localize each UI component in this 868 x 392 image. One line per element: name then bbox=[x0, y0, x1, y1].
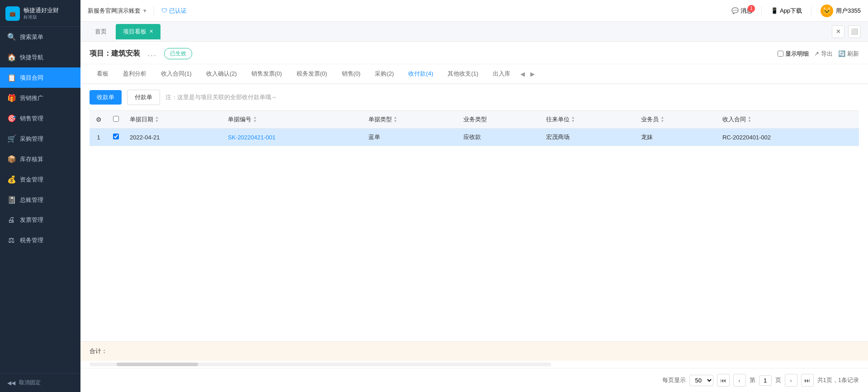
sub-tab-sales-invoice[interactable]: 销售发票(0) bbox=[244, 64, 289, 84]
sub-tab-income-contract[interactable]: 收入合同(1) bbox=[154, 64, 199, 84]
page-content: 项目：建筑安装 ... 已生效 显示明细 ↗ 导出 🔄 刷新 bbox=[80, 42, 868, 392]
box-icon: 📦 bbox=[7, 155, 15, 163]
message-icon: 💬 bbox=[731, 7, 739, 14]
cell-num: 1 bbox=[90, 129, 108, 146]
select-all-checkbox[interactable] bbox=[113, 116, 119, 122]
scale-icon: ⚖ bbox=[7, 236, 15, 244]
project-more-icon[interactable]: ... bbox=[147, 49, 157, 58]
project-icon: 📋 bbox=[7, 73, 15, 82]
unpin-button[interactable]: ◀◀ 取消固定 bbox=[0, 373, 80, 392]
sidebar-item-purchase[interactable]: 🛒 采购管理 bbox=[0, 129, 80, 149]
per-page-select[interactable]: 50 bbox=[689, 375, 713, 386]
show-detail-input[interactable] bbox=[778, 51, 783, 57]
sidebar-item-capital[interactable]: 💰 资金管理 bbox=[0, 169, 80, 190]
user-menu[interactable]: 🐱 用户3355 bbox=[821, 5, 861, 17]
collection-bill-button[interactable]: 收款单 bbox=[90, 90, 122, 105]
divider-2 bbox=[761, 6, 762, 15]
project-label: 项目：建筑安装 bbox=[90, 49, 140, 58]
horizontal-scrollbar-track bbox=[90, 363, 551, 366]
settings-icon[interactable]: ⚙ bbox=[96, 116, 102, 123]
type-sort[interactable]: ▲▼ bbox=[394, 116, 397, 123]
sidebar-item-ledger[interactable]: 📓 总账管理 bbox=[0, 190, 80, 210]
messages-button[interactable]: 💬 消息 1 bbox=[731, 7, 752, 15]
th-biz-type: 业务类型 bbox=[458, 111, 540, 129]
book-icon: 📓 bbox=[7, 196, 15, 204]
cell-partner: 宏茂商场 bbox=[541, 129, 636, 146]
data-table: ⚙ 单据日期 ▲▼ 单据编号 bbox=[90, 110, 859, 146]
sidebar-header: 💼 畅捷通好业财 标准版 bbox=[0, 0, 80, 27]
tab-home[interactable]: 首页 bbox=[88, 24, 114, 39]
export-button[interactable]: ↗ 导出 bbox=[814, 50, 833, 58]
current-page: 1 bbox=[759, 375, 772, 386]
cell-code: SK-20220421-001 bbox=[222, 129, 363, 146]
sidebar-item-inventory[interactable]: 📦 库存核算 bbox=[0, 149, 80, 169]
app-subtitle: 标准版 bbox=[24, 14, 59, 20]
sub-tab-income-confirm[interactable]: 收入确认(2) bbox=[199, 64, 244, 84]
sidebar-item-search[interactable]: 🔍 搜索菜单 bbox=[0, 27, 80, 47]
sidebar-item-project-contract[interactable]: 📋 项目合同 bbox=[0, 67, 80, 88]
app-download-button[interactable]: 📱 App下载 bbox=[771, 7, 802, 15]
th-code: 单据编号 ▲▼ bbox=[222, 111, 363, 129]
sidebar-nav: 🔍 搜索菜单 🏠 快捷导航 📋 项目合同 🎁 营销推广 🎯 销售管理 🛒 采购管… bbox=[0, 27, 80, 373]
printer-icon: 🖨 bbox=[7, 216, 15, 224]
table-row[interactable]: 1 2022-04-21 SK-20220421-001 蓝单 应收款 宏茂商场… bbox=[90, 129, 859, 146]
sub-tab-collection[interactable]: 收付款(4) bbox=[401, 64, 440, 84]
account-selector[interactable]: 新服务官网演示账套 ▾ bbox=[88, 7, 146, 15]
first-page-icon: ⏮ bbox=[720, 377, 726, 384]
sub-tab-sales[interactable]: 销售(0) bbox=[335, 64, 368, 84]
show-detail-checkbox[interactable]: 显示明细 bbox=[778, 50, 809, 58]
sub-tab-other-income[interactable]: 其他收支(1) bbox=[440, 64, 486, 84]
app-title: 畅捷通好业财 bbox=[24, 7, 59, 14]
total-row: 合计： bbox=[80, 341, 868, 361]
account-dropdown-icon[interactable]: ▾ bbox=[143, 7, 146, 14]
contract-sort[interactable]: ▲▼ bbox=[748, 116, 751, 123]
sub-tab-tax-invoice[interactable]: 税务发票(0) bbox=[289, 64, 335, 84]
sidebar-item-tax[interactable]: ⚖ 税务管理 bbox=[0, 230, 80, 250]
sub-tab-warehouse[interactable]: 出入库 bbox=[486, 64, 518, 84]
close-tab-action[interactable]: ✕ bbox=[832, 25, 844, 38]
table-header-row: ⚙ 单据日期 ▲▼ 单据编号 bbox=[90, 111, 859, 129]
sub-tab-purchase[interactable]: 采购(2) bbox=[368, 64, 401, 84]
tab-close-icon[interactable]: ✕ bbox=[149, 29, 153, 34]
export-icon: ↗ bbox=[814, 50, 819, 57]
target-icon: 🎯 bbox=[7, 114, 15, 123]
shield-icon: 🛡 bbox=[161, 7, 167, 14]
row-checkbox[interactable] bbox=[113, 134, 119, 139]
sidebar-item-invoice[interactable]: 🖨 发票管理 bbox=[0, 210, 80, 230]
refresh-icon: 🔄 bbox=[838, 50, 845, 57]
next-page-button[interactable]: › bbox=[785, 374, 797, 387]
horizontal-scrollbar-thumb[interactable] bbox=[117, 363, 198, 366]
project-actions: 显示明细 ↗ 导出 🔄 刷新 bbox=[778, 50, 859, 58]
maximize-tab-action[interactable]: ⬜ bbox=[848, 25, 861, 38]
sub-tab-prev-arrow[interactable]: ◀ bbox=[518, 65, 528, 83]
divider-1 bbox=[154, 6, 154, 15]
payment-bill-button[interactable]: 付款单 bbox=[127, 90, 160, 105]
toolbar-note: 注：这里是与项目关联的全部收付款单哦～ bbox=[165, 93, 277, 101]
divider-3 bbox=[811, 6, 811, 15]
sidebar-item-marketing[interactable]: 🎁 营销推广 bbox=[0, 88, 80, 108]
sidebar-item-quick-nav[interactable]: 🏠 快捷导航 bbox=[0, 47, 80, 67]
tab-project-board[interactable]: 项目看板 ✕ bbox=[116, 24, 160, 39]
certified-badge: 🛡 已认证 bbox=[161, 7, 187, 15]
home-icon: 🏠 bbox=[7, 53, 15, 62]
topbar: 新服务官网演示账套 ▾ 🛡 已认证 💬 消息 1 📱 App下载 🐱 bbox=[80, 0, 868, 22]
code-sort[interactable]: ▲▼ bbox=[253, 116, 257, 123]
tab-actions: ✕ ⬜ bbox=[832, 25, 861, 38]
first-page-button[interactable]: ⏮ bbox=[717, 374, 730, 387]
pagination-summary: 共1页，1条记录 bbox=[817, 376, 859, 384]
bill-code-link[interactable]: SK-20220421-001 bbox=[228, 134, 276, 141]
tabbar: 首页 项目看板 ✕ ✕ ⬜ bbox=[80, 22, 868, 42]
prev-page-button[interactable]: ‹ bbox=[733, 374, 746, 387]
sub-tab-next-arrow[interactable]: ▶ bbox=[528, 65, 538, 83]
scroll-area bbox=[80, 361, 868, 368]
sub-tab-profit[interactable]: 盈利分析 bbox=[116, 64, 154, 84]
refresh-button[interactable]: 🔄 刷新 bbox=[838, 50, 859, 58]
sub-tab-board[interactable]: 看板 bbox=[90, 64, 116, 84]
salesman-sort[interactable]: ▲▼ bbox=[660, 116, 664, 123]
sidebar-item-sales[interactable]: 🎯 销售管理 bbox=[0, 108, 80, 129]
last-page-button[interactable]: ⏭ bbox=[801, 374, 814, 387]
date-sort[interactable]: ▲▼ bbox=[155, 116, 159, 123]
prev-page-icon: ‹ bbox=[738, 377, 740, 384]
partner-sort[interactable]: ▲▼ bbox=[571, 116, 575, 123]
search-icon: 🔍 bbox=[7, 33, 15, 41]
